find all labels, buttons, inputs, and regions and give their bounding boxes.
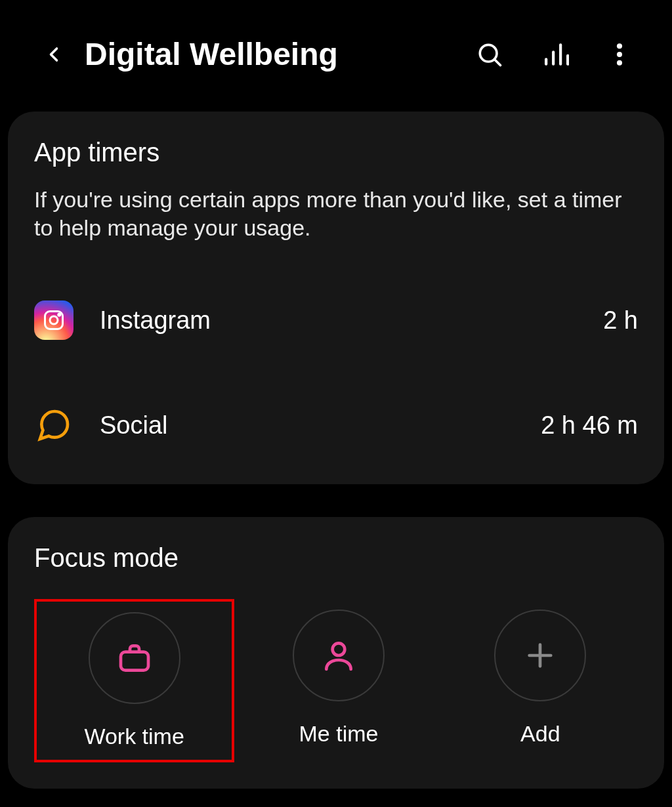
- app-timers-card: App timers If you're using certain apps …: [8, 112, 664, 484]
- back-button[interactable]: [39, 40, 68, 69]
- more-vertical-icon: [605, 40, 634, 69]
- mode-label: Add: [520, 721, 560, 747]
- app-time-value: 2 h: [603, 306, 638, 335]
- search-button[interactable]: [475, 40, 504, 69]
- svg-point-6: [617, 43, 622, 49]
- focus-modes-row: Work time Me time Add: [34, 599, 638, 762]
- focus-mode-me-time[interactable]: Me time: [241, 599, 436, 757]
- focus-mode-title: Focus mode: [34, 543, 638, 573]
- social-app-icon: [34, 405, 74, 445]
- svg-point-13: [333, 643, 345, 655]
- mode-label: Work time: [84, 724, 184, 749]
- plus-icon: [522, 637, 558, 674]
- chevron-left-icon: [42, 43, 66, 66]
- bar-chart-icon: [540, 40, 569, 69]
- app-timers-title: App timers: [34, 138, 638, 167]
- svg-point-7: [617, 51, 622, 56]
- svg-point-8: [617, 60, 622, 65]
- stats-button[interactable]: [540, 40, 569, 69]
- app-time-value: 2 h 46 m: [541, 411, 638, 440]
- instagram-app-icon: [34, 300, 74, 340]
- page-title: Digital Wellbeing: [85, 36, 338, 72]
- chat-bubble-icon: [35, 407, 72, 444]
- app-timers-description: If you're using certain apps more than y…: [34, 186, 638, 241]
- instagram-icon: [42, 308, 66, 332]
- svg-point-10: [50, 316, 58, 324]
- app-timer-row-social[interactable]: Social 2 h 46 m: [34, 399, 638, 451]
- mode-circle: [494, 610, 586, 701]
- svg-point-11: [58, 314, 60, 316]
- app-timer-row-instagram[interactable]: Instagram 2 h: [34, 294, 638, 346]
- mode-label: Me time: [299, 721, 379, 747]
- search-icon: [475, 40, 504, 69]
- app-name-label: Instagram: [100, 306, 577, 335]
- focus-mode-add[interactable]: Add: [443, 599, 638, 757]
- header-actions: [475, 40, 646, 69]
- svg-rect-12: [121, 652, 148, 671]
- focus-mode-card: Focus mode Work time Me time: [8, 517, 664, 789]
- svg-line-1: [495, 59, 501, 65]
- app-name-label: Social: [100, 411, 514, 440]
- mode-circle: [293, 610, 385, 701]
- mode-circle: [89, 612, 180, 704]
- person-icon: [320, 637, 357, 674]
- briefcase-icon: [116, 640, 153, 676]
- app-header: Digital Wellbeing: [0, 0, 672, 98]
- focus-mode-work-time[interactable]: Work time: [34, 599, 234, 762]
- more-button[interactable]: [605, 40, 634, 69]
